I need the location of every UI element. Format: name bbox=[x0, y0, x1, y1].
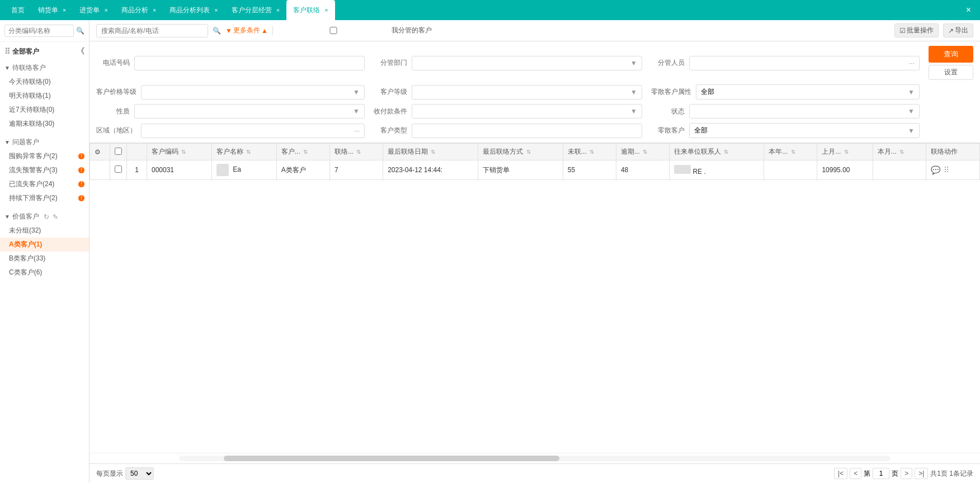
phone-input[interactable] bbox=[134, 56, 365, 70]
type-col-header: 客户... ⇅ bbox=[276, 144, 329, 160]
type-sort-icon[interactable]: ⇅ bbox=[303, 149, 308, 155]
table-settings-gear-icon[interactable]: ⚙ bbox=[95, 148, 101, 156]
overdue-sort-icon[interactable]: ⇅ bbox=[643, 149, 647, 155]
search-button[interactable]: 🔍 bbox=[213, 27, 221, 35]
checkbox-col-header bbox=[110, 144, 127, 160]
price-grade-dropdown[interactable]: ▼ bbox=[141, 85, 365, 100]
nature-dropdown[interactable]: ▼ bbox=[134, 104, 365, 119]
no-contact-sort-icon[interactable]: ⇅ bbox=[590, 149, 594, 155]
status-dropdown[interactable]: ▼ bbox=[689, 104, 920, 119]
search-input[interactable] bbox=[96, 24, 208, 37]
nav-customer-contact[interactable]: 客户联络 × bbox=[286, 0, 334, 20]
code-sort-icon[interactable]: ⇅ bbox=[181, 149, 186, 155]
settings-button[interactable]: 设置 bbox=[929, 65, 973, 80]
sidebar-class-b[interactable]: B类客户(33) bbox=[0, 252, 89, 266]
value-customers-title[interactable]: ▼ 价值客户 ↻ ✎ bbox=[0, 210, 89, 224]
dept-arrow-icon: ▼ bbox=[630, 59, 637, 67]
content-area: 🔍 ▼ 更多条件 ▲ 我分管的客户 ☑ 批量操作 ↗ 导出 bbox=[89, 20, 980, 483]
sidebar-week-pending[interactable]: 近7天待联络(0) bbox=[0, 103, 89, 117]
row-actions-cell: 💬 ⠿ bbox=[926, 160, 979, 180]
nav-product-analysis[interactable]: 商品分析 × bbox=[115, 0, 163, 20]
refresh-icon[interactable]: ↻ bbox=[44, 213, 49, 221]
nav-home[interactable]: 首页 bbox=[4, 0, 31, 20]
dept-dropdown[interactable]: ▼ bbox=[412, 56, 642, 70]
sidebar-today-pending[interactable]: 今天待联络(0) bbox=[0, 75, 89, 89]
chat-action-icon[interactable]: 💬 bbox=[931, 165, 940, 174]
unit-contact-col-header: 往来单位联系人 ⇅ bbox=[670, 144, 764, 160]
last-date-sort-icon[interactable]: ⇅ bbox=[431, 149, 435, 155]
payment-dropdown[interactable]: ▼ bbox=[412, 104, 642, 119]
nav-purchase-order[interactable]: 进货单 × bbox=[73, 0, 114, 20]
row-num-cell: 1 bbox=[127, 160, 147, 180]
sidebar-hoarding-abnormal[interactable]: 囤购异常客户(2) ! bbox=[0, 149, 89, 163]
sidebar-tomorrow-pending[interactable]: 明天待联络(1) bbox=[0, 89, 89, 103]
retail-customer-field: 零散客户 全部 ▼ bbox=[651, 123, 920, 138]
customer-type-input[interactable] bbox=[412, 124, 642, 138]
retail-customer-dropdown[interactable]: 全部 ▼ bbox=[689, 123, 920, 138]
last-page-btn[interactable]: >| bbox=[915, 468, 928, 479]
close-purchase-order[interactable]: × bbox=[104, 7, 107, 13]
first-page-btn[interactable]: |< bbox=[834, 468, 847, 479]
manager-dropdown[interactable]: ··· bbox=[689, 56, 920, 70]
annual-sort-icon[interactable]: ⇅ bbox=[791, 149, 795, 155]
next-page-btn[interactable]: > bbox=[901, 468, 912, 479]
region-label: 区域（地区） bbox=[96, 126, 136, 135]
horizontal-scrollbar-thumb[interactable] bbox=[224, 456, 559, 461]
row-type: A类客户 bbox=[281, 166, 306, 174]
churned-badge: ! bbox=[78, 181, 84, 187]
last-month-sort-icon[interactable]: ⇅ bbox=[844, 149, 849, 155]
page-suffix: 页 bbox=[892, 469, 898, 479]
num-col-header bbox=[127, 144, 147, 160]
row-checkbox[interactable] bbox=[115, 165, 122, 173]
sidebar-class-a[interactable]: A类客户(1) bbox=[0, 238, 89, 252]
close-customer-contact[interactable]: × bbox=[324, 7, 328, 13]
filter-actions: ☑ 批量操作 ↗ 导出 bbox=[894, 23, 973, 37]
filter-row-4: 区域（地区） ··· 客户类型 零散客户 全部 ▼ bbox=[96, 123, 973, 138]
sidebar-churned[interactable]: 已流失客户(24) ! bbox=[0, 177, 89, 191]
sidebar-collapse-btn[interactable]: 《 bbox=[77, 46, 84, 56]
sidebar-unclassified[interactable]: 未分组(32) bbox=[0, 224, 89, 238]
contact-sort-icon[interactable]: ⇅ bbox=[356, 149, 361, 155]
page-input[interactable] bbox=[873, 468, 889, 479]
this-month-sort-icon[interactable]: ⇅ bbox=[899, 149, 904, 155]
close-all-tabs[interactable]: × bbox=[962, 5, 976, 15]
query-button[interactable]: 查询 bbox=[929, 46, 973, 63]
sidebar-churn-warning[interactable]: 流失预警客户(3) ! bbox=[0, 163, 89, 177]
customers-table: ⚙ 客户编码 ⇅ 客户名称 ⇅ bbox=[89, 143, 980, 180]
unit-contact-sort-icon[interactable]: ⇅ bbox=[724, 149, 728, 155]
last-method-sort-icon[interactable]: ⇅ bbox=[526, 149, 531, 155]
sidebar-class-c[interactable]: C类客户(6) bbox=[0, 266, 89, 280]
problem-customers-title[interactable]: ▼ 问题客户 bbox=[0, 135, 89, 149]
my-customers-checkbox-label[interactable]: 我分管的客户 bbox=[277, 26, 432, 35]
pending-contact-title[interactable]: ▼ 待联络客户 bbox=[0, 61, 89, 75]
more-conditions-btn[interactable]: ▼ 更多条件 ▲ bbox=[225, 26, 268, 35]
nav-sales-order[interactable]: 销货单 × bbox=[31, 0, 73, 20]
row-last-method[interactable]: 下销货单 bbox=[483, 166, 510, 174]
advanced-filters: 电话号码 分管部门 ▼ 分管人员 ··· 查询 设置 bbox=[89, 41, 980, 143]
close-product-analysis[interactable]: × bbox=[153, 7, 156, 13]
sidebar-declining[interactable]: 持续下滑客户(2) ! bbox=[0, 191, 89, 205]
nav-customer-segmentation[interactable]: 客户分层经营 × bbox=[225, 0, 286, 20]
select-all-checkbox[interactable] bbox=[115, 148, 122, 155]
retail-attr-dropdown[interactable]: 全部 ▼ bbox=[696, 84, 920, 100]
sidebar-search-icon[interactable]: 🔍 bbox=[76, 27, 84, 35]
prev-page-btn[interactable]: < bbox=[850, 468, 861, 479]
sidebar-search-input[interactable] bbox=[4, 25, 74, 37]
close-product-analysis-list[interactable]: × bbox=[214, 7, 218, 13]
region-dropdown[interactable]: ··· bbox=[141, 124, 365, 138]
customer-grade-label: 客户等级 bbox=[374, 87, 407, 97]
export-btn[interactable]: ↗ 导出 bbox=[943, 23, 973, 37]
my-customers-checkbox[interactable] bbox=[277, 27, 389, 34]
per-page-select[interactable]: 50 100 200 bbox=[125, 467, 154, 480]
batch-operations-btn[interactable]: ☑ 批量操作 bbox=[894, 23, 939, 37]
name-sort-icon[interactable]: ⇅ bbox=[246, 149, 251, 155]
nav-product-analysis-list[interactable]: 商品分析列表 × bbox=[163, 0, 224, 20]
sidebar-overdue-contact[interactable]: 逾期未联络(30) bbox=[0, 117, 89, 131]
more-action-icon[interactable]: ⠿ bbox=[944, 165, 949, 174]
unclassified-label: 未分组(32) bbox=[9, 226, 41, 235]
close-sales-order[interactable]: × bbox=[63, 7, 66, 13]
customer-grade-dropdown[interactable]: ▼ bbox=[412, 85, 642, 100]
close-customer-segmentation[interactable]: × bbox=[276, 7, 280, 13]
edit-icon[interactable]: ✎ bbox=[53, 213, 58, 221]
retail-attr-arrow-icon: ▼ bbox=[908, 88, 915, 96]
